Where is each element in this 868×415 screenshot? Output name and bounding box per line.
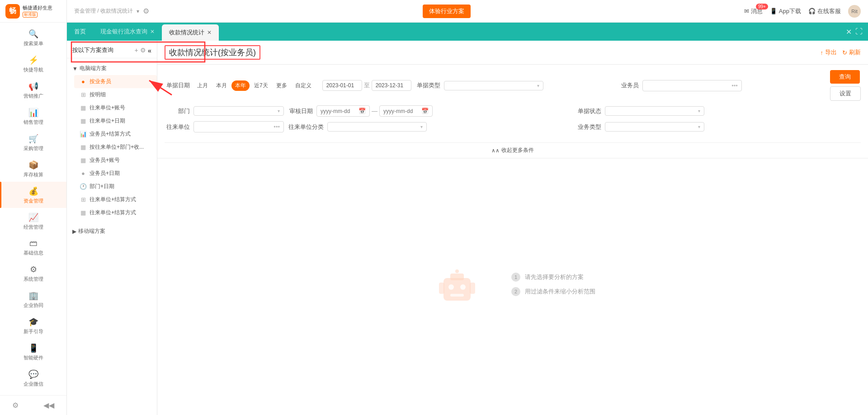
tab-collection[interactable]: 收款情况统计 ✕ [162, 24, 219, 41]
date-tab-more[interactable]: 更多 [273, 80, 291, 91]
date-to-input[interactable] [372, 80, 411, 91]
tree-item-unit-account[interactable]: ▦ 往来单位+账号 [74, 101, 157, 114]
collapse-sidebar-icon[interactable]: ◀◀ [42, 399, 56, 411]
tab-close-all-icon[interactable]: ✕ [846, 28, 852, 36]
collapse-panel-icon[interactable]: « [148, 47, 151, 54]
sidebar-item-guide[interactable]: 🎓 新手引导 [0, 312, 66, 339]
header-gear-icon[interactable]: ⚙ [143, 7, 149, 15]
setting-button[interactable]: 设置 [830, 86, 861, 101]
sidebar-item-purchase[interactable]: 🛒 采购管理 [0, 129, 66, 156]
empty-content: 1 请先选择要分析的方案 2 用过滤条件来缩小分析范围 [430, 260, 595, 314]
date-tab-this-year[interactable]: 本年 [231, 80, 250, 91]
operations-icon: 📈 [28, 212, 38, 222]
tree-root-desktop[interactable]: ▼ 电脑端方案 [67, 62, 157, 75]
dept-select[interactable]: ▾ [193, 106, 284, 116]
date-tab-last-month[interactable]: 上月 [193, 80, 212, 91]
sidebar-item-member[interactable]: 👑 畅会员 [0, 391, 66, 395]
counterpart-cat-select[interactable]: ▾ [327, 122, 427, 132]
tree-item-unit-settle2[interactable]: ▦ 往来单位+结算方式 [74, 206, 157, 219]
audit-to-input[interactable] [383, 108, 420, 114]
doc-status-select[interactable]: ▾ [605, 106, 704, 116]
sidebar-item-marketing[interactable]: 📢 营销推广 [0, 77, 66, 103]
tree-item-label: 业务员+账号 [90, 156, 120, 164]
audit-from-calendar-icon[interactable]: 📅 [359, 108, 366, 114]
tree-item-unit-dept[interactable]: ▦ 按往来单位+部门+收... [74, 141, 157, 154]
app-download-action[interactable]: 📱 App下载 [770, 7, 801, 15]
filter-row-1: 单据日期 上月 本月 本年 近7天 更多 自定义 至 [165, 70, 861, 101]
sidebar-item-finance[interactable]: 💰 资金管理 [0, 182, 66, 208]
date-from-input[interactable] [322, 80, 362, 91]
date-tab-7days[interactable]: 近7天 [250, 80, 272, 91]
sidebar-item-base[interactable]: 🗃 基础信息 [0, 234, 66, 260]
counterpart-input[interactable] [198, 124, 272, 130]
doc-type-select[interactable]: ▾ [444, 81, 543, 90]
tab-home[interactable]: 首页 [67, 23, 93, 41]
sidebar-item-wechat[interactable]: 💬 企业微信 [0, 365, 66, 391]
tree-item-sales-date[interactable]: ● 业务员+日期 [74, 167, 157, 180]
inventory-icon: 📦 [28, 160, 38, 170]
left-panel-actions: + ⚙ « [134, 47, 151, 54]
sidebar-item-quick-nav[interactable]: ⚡ 快捷导航 [0, 51, 66, 77]
tree-root-mobile[interactable]: ▶ 移动端方案 [67, 225, 157, 238]
doc-status-label: 单据状态 [576, 107, 601, 115]
user-avatar[interactable]: Rit [848, 5, 861, 18]
page-content: 按以下方案查询 + ⚙ « ▼ 电脑端方案 ● 按业务员 [67, 41, 868, 415]
tree-item-dept-date[interactable]: 🕐 部门+日期 [74, 180, 157, 193]
sidebar-item-hardware[interactable]: 📱 智能硬件 [0, 339, 66, 365]
more-icon[interactable]: ••• [731, 82, 738, 89]
svg-point-3 [448, 284, 454, 290]
tree-item-unit-date[interactable]: ▦ 往来单位+日期 [74, 114, 157, 127]
tree-item-by-detail[interactable]: ⊞ 按明细 [74, 88, 157, 101]
tree-item-unit-settle1[interactable]: ⊞ 往来单位+结算方式 [74, 193, 157, 206]
dept-chevron-icon: ▾ [278, 108, 280, 113]
sidebar-item-search[interactable]: 🔍 搜索菜单 [0, 24, 66, 51]
salesperson-select[interactable]: ••• [642, 80, 742, 91]
sidebar-item-corp[interactable]: 🏢 企业协同 [0, 286, 66, 312]
date-tab-this-month[interactable]: 本月 [212, 80, 231, 91]
messages-action[interactable]: ✉ 消息 99+ [744, 7, 763, 15]
logo-text: 畅捷通好生意 标准版 [23, 5, 52, 18]
refresh-action[interactable]: ↻ 刷新 [842, 48, 861, 57]
empty-step-1: 1 请先选择要分析的方案 [511, 273, 595, 282]
sidebar-item-inventory[interactable]: 📦 库存核算 [0, 156, 66, 182]
tree-item-sales-settle[interactable]: 📊 业务员+结算方式 [74, 127, 157, 141]
tree-collapse-icon: ▶ [72, 228, 76, 235]
sidebar-item-sales[interactable]: 📊 销售管理 [0, 103, 66, 129]
tree-item-sales-account[interactable]: ▦ 业务员+账号 [74, 154, 157, 167]
tab-bank[interactable]: 现金银行流水查询 ✕ [93, 23, 162, 41]
settings-bottom-icon[interactable]: ⚙ [10, 399, 20, 411]
logo-icon: 畅 [5, 4, 20, 19]
counterpart-more-icon[interactable]: ••• [274, 123, 280, 130]
online-service-action[interactable]: 🎧 在线客服 [808, 7, 841, 15]
app-logo: 畅 畅捷通好生意 标准版 [0, 0, 66, 23]
date-tab-custom[interactable]: 自定义 [292, 80, 315, 91]
trial-button[interactable]: 体验行业方案 [423, 5, 471, 18]
tree-item-label: 往来单位+结算方式 [90, 196, 136, 203]
business-type-select[interactable]: ▾ [605, 122, 704, 132]
tab-bank-close-icon[interactable]: ✕ [150, 28, 155, 35]
tree-item-label: 往来单位+账号 [90, 104, 125, 112]
tab-collection-close-icon[interactable]: ✕ [207, 29, 212, 36]
breadcrumb-chevron-icon[interactable]: ▾ [137, 8, 139, 14]
collapse-link[interactable]: ∧∧ 收起更多条件 [491, 146, 534, 154]
audit-date-range: 📅 — 📅 [316, 105, 433, 117]
header-center: 体验行业方案 [423, 5, 471, 18]
sidebar-item-system[interactable]: ⚙ 系统管理 [0, 260, 66, 286]
date-label: 单据日期 [165, 81, 190, 90]
query-button[interactable]: 查询 [830, 70, 860, 84]
scheme-settings-icon[interactable]: ⚙ [140, 47, 146, 54]
tree-expand-icon: ▼ [72, 66, 78, 72]
collapse-bar[interactable]: ∧∧ 收起更多条件 [165, 142, 861, 158]
add-scheme-icon[interactable]: + [134, 47, 138, 54]
audit-from-wrapper: 📅 [316, 105, 370, 117]
sidebar-item-operations[interactable]: 📈 经营管理 [0, 208, 66, 234]
export-action[interactable]: ↑ 导出 [821, 48, 837, 57]
message-icon: ✉ [744, 8, 749, 14]
salesperson-label: 业务员 [621, 81, 639, 90]
sales-settle-icon: 📊 [80, 131, 87, 137]
empty-step-2: 2 用过滤条件来缩小分析范围 [511, 287, 595, 296]
tree-item-by-salesperson[interactable]: ● 按业务员 [74, 75, 157, 88]
tab-expand-icon[interactable]: ⛶ [855, 28, 863, 36]
audit-from-input[interactable] [321, 108, 357, 114]
audit-to-calendar-icon[interactable]: 📅 [421, 108, 429, 114]
